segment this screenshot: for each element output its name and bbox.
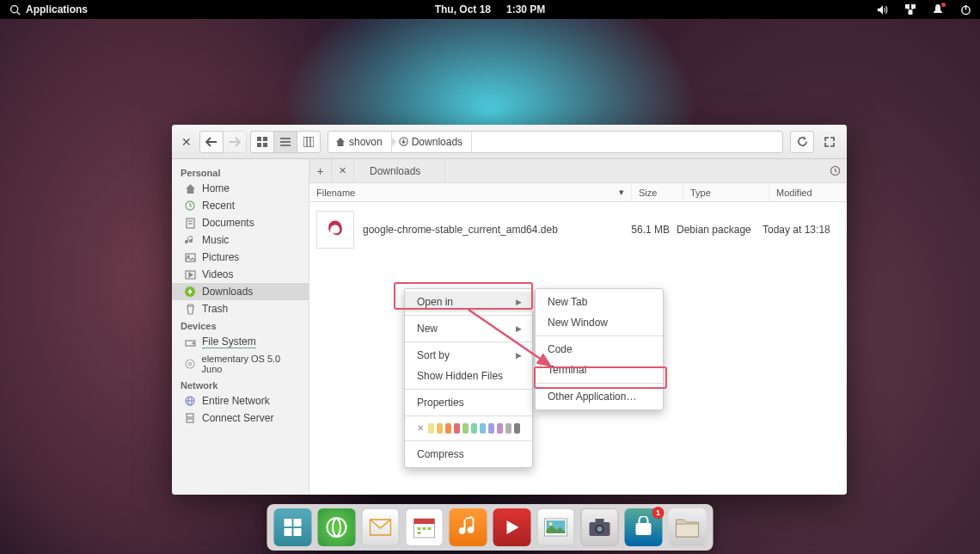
svg-rect-49 — [428, 527, 432, 530]
documents-icon — [184, 217, 196, 229]
svg-point-43 — [328, 518, 346, 537]
sidebar-item-music[interactable]: Music — [172, 231, 309, 249]
submenu-terminal[interactable]: Terminal — [536, 360, 665, 380]
svg-rect-40 — [294, 519, 302, 526]
svg-rect-50 — [418, 532, 421, 534]
volume-icon[interactable] — [877, 3, 889, 15]
svg-point-31 — [188, 363, 191, 366]
tab-downloads[interactable]: Downloads — [354, 159, 445, 182]
power-icon[interactable] — [959, 3, 971, 15]
dock-appcenter[interactable]: 1 — [625, 508, 663, 546]
column-filename[interactable]: Filename▾ — [309, 183, 632, 201]
reload-button[interactable] — [790, 131, 814, 153]
dock-calendar[interactable] — [406, 508, 444, 546]
svg-rect-16 — [303, 137, 314, 147]
svg-rect-47 — [418, 527, 421, 530]
sidebar-item-filesystem[interactable]: File System — [172, 333, 309, 351]
forward-button[interactable] — [223, 131, 247, 153]
chevron-right-icon: ▶ — [516, 324, 522, 333]
drive-icon — [184, 336, 196, 348]
svg-point-30 — [186, 360, 194, 368]
column-size[interactable]: Size — [632, 183, 683, 201]
svg-rect-59 — [677, 524, 699, 537]
menu-sort-by[interactable]: Sort by▶ — [405, 345, 534, 366]
dock-mail[interactable] — [362, 508, 400, 546]
svg-rect-24 — [186, 254, 195, 262]
sidebar-item-network[interactable]: Entire Network — [172, 392, 309, 409]
view-grid-button[interactable] — [250, 131, 274, 153]
music-icon — [184, 234, 196, 246]
sidebar-item-elementary[interactable]: elementary OS 5.0 Juno — [172, 351, 309, 377]
dock-screenshot[interactable] — [581, 508, 619, 546]
close-button[interactable]: ✕ — [177, 132, 196, 151]
pictures-icon — [184, 251, 196, 263]
column-type[interactable]: Type — [683, 183, 769, 201]
sidebar-section-network: Network — [172, 377, 309, 392]
svg-rect-3 — [911, 4, 916, 9]
svg-rect-12 — [263, 143, 267, 147]
submenu-code[interactable]: Code — [536, 339, 665, 360]
panel-time[interactable]: 1:30 PM — [506, 3, 545, 15]
titlebar: ✕ shovon Downloads — [172, 125, 847, 159]
chevron-right-icon: ▶ — [516, 298, 522, 306]
svg-line-5 — [908, 9, 911, 10]
sidebar-item-trash[interactable]: Trash — [172, 300, 309, 317]
menu-show-hidden[interactable]: Show Hidden Files — [405, 366, 534, 386]
menu-new[interactable]: New▶ — [405, 318, 534, 339]
search-icon[interactable] — [9, 3, 21, 15]
submenu-new-tab[interactable]: New Tab — [536, 292, 665, 312]
pathbar[interactable]: shovon Downloads — [328, 131, 783, 153]
submenu-other-app[interactable]: Other Application… — [536, 386, 665, 407]
path-home[interactable]: shovon — [328, 132, 392, 152]
applications-menu[interactable]: Applications — [26, 3, 88, 15]
network-icon[interactable] — [904, 3, 916, 15]
dock-multitasking[interactable] — [274, 508, 312, 546]
close-tab-button[interactable]: ✕ — [332, 159, 354, 182]
notification-icon[interactable] — [932, 3, 944, 15]
svg-point-53 — [549, 522, 553, 526]
sidebar-item-videos[interactable]: Videos — [172, 266, 309, 283]
file-row[interactable]: google-chrome-stable_current_amd64.deb 5… — [309, 202, 847, 257]
submenu-new-window[interactable]: New Window — [536, 312, 665, 333]
svg-line-6 — [910, 9, 914, 10]
dock-browser[interactable] — [318, 508, 356, 546]
menu-open-in[interactable]: Open in▶ — [405, 292, 534, 312]
svg-rect-57 — [596, 519, 604, 523]
sidebar-item-recent[interactable]: Recent — [172, 197, 309, 214]
disc-icon — [184, 358, 196, 370]
svg-rect-4 — [909, 10, 913, 15]
svg-rect-41 — [285, 528, 292, 536]
sidebar-item-connect-server[interactable]: Connect Server — [172, 409, 309, 427]
svg-rect-9 — [257, 137, 261, 141]
panel-date[interactable]: Thu, Oct 18 — [435, 3, 491, 15]
column-modified[interactable]: Modified — [769, 183, 847, 201]
sidebar-item-documents[interactable]: Documents — [172, 214, 309, 231]
dock-music[interactable] — [450, 508, 487, 546]
path-downloads[interactable]: Downloads — [392, 132, 472, 152]
sidebar-section-devices: Devices — [172, 317, 309, 333]
file-size: 56.1 MB — [625, 224, 677, 236]
sidebar-section-personal: Personal — [172, 164, 309, 180]
sidebar-item-downloads[interactable]: Downloads — [172, 283, 309, 300]
maximize-button[interactable] — [818, 131, 842, 153]
tab-history-button[interactable] — [823, 165, 847, 176]
file-list[interactable]: google-chrome-stable_current_amd64.deb 5… — [309, 202, 847, 495]
dock-videos[interactable] — [493, 508, 531, 546]
menu-compress[interactable]: Compress — [405, 444, 534, 465]
view-list-button[interactable] — [273, 131, 297, 153]
videos-icon — [184, 268, 196, 280]
file-name: google-chrome-stable_current_amd64.deb — [363, 224, 625, 236]
dock-badge: 1 — [652, 507, 665, 519]
new-tab-button[interactable]: + — [309, 159, 332, 182]
dock-photos[interactable] — [537, 508, 575, 546]
svg-rect-2 — [905, 4, 910, 9]
dock-files[interactable] — [669, 508, 707, 546]
menu-properties[interactable]: Properties — [405, 392, 534, 413]
menu-color-tags[interactable]: ✕ — [405, 419, 532, 438]
sidebar-item-home[interactable]: Home — [172, 180, 309, 197]
svg-line-1 — [16, 11, 19, 14]
sidebar-item-pictures[interactable]: Pictures — [172, 249, 309, 266]
svg-point-0 — [10, 5, 17, 12]
back-button[interactable] — [199, 131, 224, 153]
view-column-button[interactable] — [297, 131, 321, 153]
